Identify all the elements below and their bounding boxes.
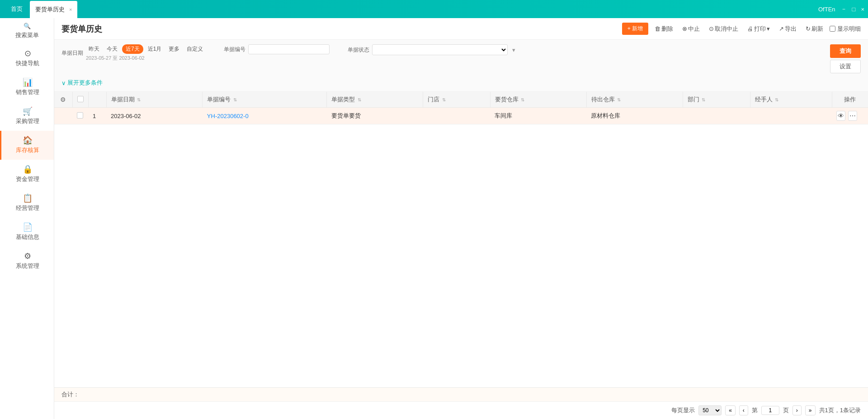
search-menu-icon: 🔍 (24, 23, 31, 29)
page-unit-label: 页 (783, 406, 789, 414)
row-more-btn[interactable]: ⋯ (848, 111, 857, 121)
sidebar-item-operations[interactable]: 📋 经营管理 (0, 189, 54, 218)
col-date-label: 单据日期 (111, 96, 135, 103)
page-number-input[interactable] (761, 406, 779, 415)
row-pendwh-cell: 原材料仓库 (586, 108, 683, 124)
col-date-sort-icon: ⇅ (137, 97, 141, 102)
col-doctype-header[interactable]: 单据类型 ⇅ (327, 92, 423, 108)
expand-more-icon: ∨ (61, 80, 66, 86)
delete-button[interactable]: 🗑 删除 (652, 23, 676, 35)
column-settings-icon[interactable]: ⚙ (60, 96, 66, 103)
col-handler-header[interactable]: 经手人 ⇅ (750, 92, 832, 108)
pagination: 每页显示 50 100 « ‹ 第 页 › » 共1页，1条记录 (54, 401, 868, 419)
refresh-button[interactable]: ↻ 刷新 (803, 23, 826, 35)
new-button[interactable]: + 新增 (622, 23, 648, 35)
col-docno-header[interactable]: 单据编号 ⇅ (203, 92, 327, 108)
print-dropdown-icon: ▾ (767, 25, 770, 32)
sidebar-item-basic-info[interactable]: 📄 基础信息 (0, 218, 54, 247)
status-filter-label: 单据状态 (348, 46, 369, 54)
row-doctype-cell: 要货单要货 (327, 108, 423, 124)
export-icon: ↗ (779, 25, 784, 32)
window-close-btn[interactable]: × (861, 6, 864, 13)
row-docno-link[interactable]: YH-20230602-0 (207, 113, 249, 119)
col-store-header[interactable]: 门店 ⇅ (423, 92, 490, 108)
table-row: 1 2023-06-02 YH-20230602-0 要货单要货 车间库 原材料… (54, 108, 868, 124)
display-detail-checkbox[interactable] (830, 26, 835, 32)
sidebar-item-quick-nav[interactable]: ⊙ 快捷导航 (0, 44, 54, 73)
display-detail-checkbox-label[interactable]: 显示明细 (830, 25, 861, 33)
shortcut-yesterday[interactable]: 昨天 (86, 44, 102, 54)
sales-icon: 📊 (23, 78, 33, 86)
col-reqwh-header[interactable]: 要货仓库 ⇅ (490, 92, 586, 108)
search-menu-label: 搜索菜单 (15, 31, 39, 39)
col-date-header[interactable]: 单据日期 ⇅ (106, 92, 203, 108)
docno-input[interactable] (248, 44, 330, 54)
toolbar: + 新增 🗑 删除 ⊗ 中止 ⊙ 取消中止 🖨 打印 ▾ (622, 23, 861, 35)
tab-home[interactable]: 首页 (4, 0, 30, 18)
query-button[interactable]: 查询 (830, 44, 861, 58)
col-num-header (88, 92, 106, 108)
main-layout: 🔍 搜索菜单 ⊙ 快捷导航 📊 销售管理 🛒 采购管理 🏠 库存核算 🔒 资金管… (0, 18, 868, 419)
top-bar: 首页 要货单历史 × OfTEn － □ × (0, 0, 868, 18)
active-tab-label: 要货单历史 (35, 5, 65, 14)
export-button[interactable]: ↗ 导出 (776, 23, 799, 35)
finance-label: 资金管理 (16, 175, 39, 183)
cancel-stop-icon: ⊙ (709, 25, 714, 32)
sidebar-search[interactable]: 🔍 搜索菜单 (0, 18, 54, 44)
minimize-btn[interactable]: － (841, 5, 847, 13)
col-dept-label: 部门 (688, 96, 699, 103)
expand-more-btn[interactable]: ∨ 展开更多条件 (61, 79, 103, 87)
col-handler-sort-icon: ⇅ (775, 97, 778, 102)
date-filter-label: 单据日期 (61, 49, 83, 57)
per-page-label: 每页显示 (671, 406, 695, 414)
filter-settings-button[interactable]: 设置 (830, 60, 861, 73)
col-action-header: 操作 (832, 92, 868, 108)
table-footer: 合计： (54, 387, 868, 401)
next-page-btn[interactable]: › (793, 405, 802, 415)
finance-icon: 🔒 (23, 165, 33, 173)
stop-button[interactable]: ⊗ 中止 (679, 23, 703, 35)
sidebar-item-purchase[interactable]: 🛒 采购管理 (0, 102, 54, 131)
shortcut-custom[interactable]: 自定义 (184, 44, 206, 54)
shortcut-7days[interactable]: 近7天 (122, 44, 143, 54)
filter-bar: 单据日期 昨天 今天 近7天 近1月 更多 自定义 2023-05-27 至 2… (54, 40, 868, 92)
row-checkbox[interactable] (77, 112, 83, 119)
system-label: 系统管理 (16, 262, 39, 270)
shortcut-today[interactable]: 今天 (104, 44, 120, 54)
first-page-btn[interactable]: « (725, 405, 736, 415)
col-pendwh-label: 待出仓库 (591, 96, 615, 103)
sales-label: 销售管理 (16, 88, 39, 96)
col-dept-header[interactable]: 部门 ⇅ (683, 92, 750, 108)
print-button[interactable]: 🖨 打印 ▾ (745, 23, 773, 35)
sidebar-item-inventory[interactable]: 🏠 库存核算 (0, 131, 54, 160)
content-area: 要货单历史 + 新增 🗑 删除 ⊗ 中止 ⊙ 取消中止 🖨 打印 (54, 18, 868, 419)
prev-page-btn[interactable]: ‹ (739, 405, 748, 415)
row-view-btn[interactable]: 👁 (836, 111, 845, 121)
date-filter-group: 单据日期 昨天 今天 近7天 近1月 更多 自定义 2023-05-27 至 2… (61, 44, 206, 62)
row-check-cell (72, 108, 88, 124)
check-all-checkbox[interactable] (77, 96, 84, 102)
top-bar-right: OfTEn － □ × (818, 5, 864, 13)
page-label: 第 (752, 406, 758, 414)
table-container: ⚙ 单据日期 ⇅ 单据编号 ⇅ (54, 92, 868, 387)
shortcut-1month[interactable]: 近1月 (145, 44, 165, 54)
status-select[interactable] (372, 44, 508, 55)
last-page-btn[interactable]: » (805, 405, 816, 415)
brand-label: OfTEn (818, 6, 835, 13)
sidebar: 🔍 搜索菜单 ⊙ 快捷导航 📊 销售管理 🛒 采购管理 🏠 库存核算 🔒 资金管… (0, 18, 54, 419)
cancel-stop-button[interactable]: ⊙ 取消中止 (706, 23, 741, 35)
sidebar-item-finance[interactable]: 🔒 资金管理 (0, 160, 54, 189)
col-pendwh-header[interactable]: 待出仓库 ⇅ (586, 92, 683, 108)
tab-active[interactable]: 要货单历史 × (30, 1, 77, 18)
sidebar-item-system[interactable]: ⚙ 系统管理 (0, 247, 54, 276)
shortcut-more[interactable]: 更多 (166, 44, 182, 54)
maximize-btn[interactable]: □ (852, 6, 856, 13)
per-page-select[interactable]: 50 100 (698, 405, 722, 415)
export-label: 导出 (785, 25, 797, 33)
date-shortcuts-row: 昨天 今天 近7天 近1月 更多 自定义 (86, 44, 206, 54)
tab-close-btn[interactable]: × (69, 7, 72, 12)
col-pendwh-sort-icon: ⇅ (617, 97, 621, 102)
col-store-sort-icon: ⇅ (442, 97, 446, 102)
sidebar-item-sales[interactable]: 📊 销售管理 (0, 73, 54, 102)
row-settings-cell (54, 108, 72, 124)
